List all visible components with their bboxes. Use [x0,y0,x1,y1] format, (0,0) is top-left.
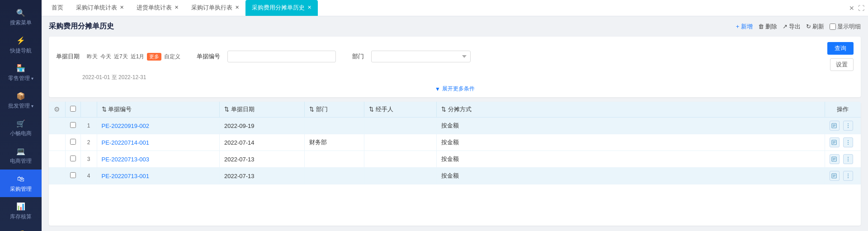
dept-label: 部门 [352,52,364,61]
td-handler-1 [364,134,437,151]
bill-no-link-3[interactable]: PE-20220713-001 [102,173,150,179]
sidebar-item-quick[interactable]: ⚡快捷导航 [0,31,42,59]
tab-close-goods-stats[interactable]: ✕ [175,5,179,10]
quick-label: 快捷导航 [10,47,32,54]
row-checkbox-2[interactable] [70,156,76,161]
td-handler-0 [364,118,437,134]
date-shortcuts: 昨天 今天 近7天 近1月 更多 自定义 [87,53,180,61]
tab-close-purchase-order-exec[interactable]: ✕ [235,5,239,10]
td-handler-2 [364,151,437,168]
svg-point-4 [848,123,849,124]
tab-label-home: 首页 [52,4,63,12]
op-more-2[interactable] [843,154,853,164]
td-dept-0 [304,118,364,134]
td-date-3: 2022-07-13 [219,168,304,184]
close-window-icon[interactable]: ✕ [849,5,854,12]
sidebar-item-search[interactable]: 🔍搜索菜单 [0,4,42,31]
tab-goods-stats[interactable]: 进货单统计表✕ [130,0,185,16]
op-more-3[interactable] [843,171,853,181]
td-settings-2 [49,151,65,168]
svg-point-18 [848,157,849,158]
sidebar-item-finance[interactable]: 💰资金管理 [0,225,42,231]
td-date-0: 2022-09-19 [219,118,304,134]
sort-handler[interactable]: ⇅ 经手人 [369,105,393,113]
table-row: 1 PE-20220919-002 2022-09-19 按金额 [49,118,861,134]
sidebar-item-ecommerce[interactable]: 💻电商管理 [0,142,42,170]
sidebar: 🔍搜索菜单⚡快捷导航🏪零售管理 ▾📦批发管理 ▾🛒小畅电商💻电商管理🛍采购管理📊… [0,0,42,231]
tab-close-purchase-order-stats[interactable]: ✕ [120,5,124,10]
shortcut-custom[interactable]: 自定义 [164,53,180,61]
sidebar-item-wholesale[interactable]: 📦批发管理 ▾ [0,87,42,114]
export-icon: ↗ [783,23,788,30]
purchase-label: 采购管理 [10,186,32,192]
delete-icon: 🗑 [758,23,764,30]
filter-actions: 查询 设置 [827,42,854,71]
settings-button[interactable]: 设置 [830,58,854,71]
td-ops-0 [825,118,861,134]
row-checkbox-3[interactable] [70,172,76,178]
query-button[interactable]: 查询 [827,42,854,55]
tab-home[interactable]: 首页 [45,0,70,16]
sort-split-method[interactable]: ⇅ 分摊方式 [441,105,472,113]
sidebar-item-retail[interactable]: 🏪零售管理 ▾ [0,59,42,86]
select-all-checkbox[interactable] [70,106,76,112]
td-num-0: 1 [80,118,97,134]
refresh-button[interactable]: ↻ 刷新 [806,23,824,31]
content-area: 采购费用分摊单历史 + 新增 🗑 删除 ↗ 导出 ↻ 刷新 显示明细 [42,16,868,231]
sort-dept[interactable]: ⇅ 部门 [309,105,328,113]
bill-no-link-0[interactable]: PE-20220919-002 [102,123,150,129]
op-more-1[interactable] [843,137,853,147]
column-settings-icon[interactable]: ⚙ [54,105,60,113]
main-area: 首页采购订单统计表✕进货单统计表✕采购订单执行表✕采购费用分摊单历史✕ ✕ ⛶ … [42,0,868,231]
shortcut-more[interactable]: 更多 [147,53,161,61]
bill-no-input[interactable] [227,51,336,62]
bill-no-link-1[interactable]: PE-20220714-001 [102,139,150,146]
td-bill-no-2: PE-20220713-003 [97,151,219,168]
fullscreen-icon[interactable]: ⛶ [858,5,864,12]
sort-date[interactable]: ⇅ 单据日期 [224,105,255,113]
op-view-1[interactable] [830,137,840,147]
page-header: 采购费用分摊单历史 + 新增 🗑 删除 ↗ 导出 ↻ 刷新 显示明细 [49,22,861,31]
bill-no-link-2[interactable]: PE-20220713-003 [102,156,150,163]
op-view-0[interactable] [830,121,840,131]
row-checkbox-1[interactable] [70,139,76,145]
add-button[interactable]: + 新增 [736,23,753,31]
tab-label-purchase-order-exec: 采购订单执行表 [191,4,232,12]
sidebar-item-inventory[interactable]: 📊库存核算 [0,197,42,225]
xiaopang-label: 小畅电商 [10,130,32,137]
wholesale-label: 批发管理 [8,103,30,109]
tab-close-purchase-cost-hist[interactable]: ✕ [307,5,311,10]
quick-icon: ⚡ [2,36,40,46]
chevron-down-icon: ▼ [435,86,440,92]
sidebar-item-purchase[interactable]: 🛍采购管理 [0,170,42,197]
xiaopang-icon: 🛒 [2,119,40,129]
sidebar-item-xiaopang[interactable]: 🛒小畅电商 [0,114,42,142]
show-detail-toggle[interactable]: 显示明细 [830,23,861,31]
finance-icon: 💰 [2,230,40,231]
dept-select[interactable] [371,51,471,62]
show-detail-checkbox[interactable] [830,24,836,30]
td-split-0: 按金额 [437,118,825,134]
row-checkbox-0[interactable] [70,122,76,128]
sort-bill-no[interactable]: ⇅ 单据编号 [102,105,132,113]
delete-button[interactable]: 🗑 删除 [758,23,777,31]
shortcut-today[interactable]: 今天 [100,53,111,61]
expand-more-button[interactable]: ▼ 展开更多条件 [56,83,854,94]
op-view-2[interactable] [830,154,840,164]
tab-purchase-order-exec[interactable]: 采购订单执行表✕ [185,0,245,16]
td-num-1: 2 [80,134,97,151]
tab-purchase-order-stats[interactable]: 采购订单统计表✕ [70,0,130,16]
shortcut-1month[interactable]: 近1月 [131,53,145,61]
op-more-0[interactable] [843,121,853,131]
col-header-split-method: ⇅ 分摊方式 [437,102,825,118]
op-view-3[interactable] [830,171,840,181]
shortcut-7days[interactable]: 近7天 [114,53,128,61]
tab-purchase-cost-hist[interactable]: 采购费用分摊单历史✕ [245,0,318,16]
export-button[interactable]: ↗ 导出 [783,23,801,31]
retail-icon: 🏪 [2,63,40,73]
svg-point-27 [848,177,849,178]
td-handler-3 [364,168,437,184]
data-table-container: ⚙ ⇅ 单据编号 ⇅ 单据日期 ⇅ 部门 [49,102,861,226]
shortcut-yesterday[interactable]: 昨天 [87,53,98,61]
bill-no-label: 单据编号 [197,52,220,61]
